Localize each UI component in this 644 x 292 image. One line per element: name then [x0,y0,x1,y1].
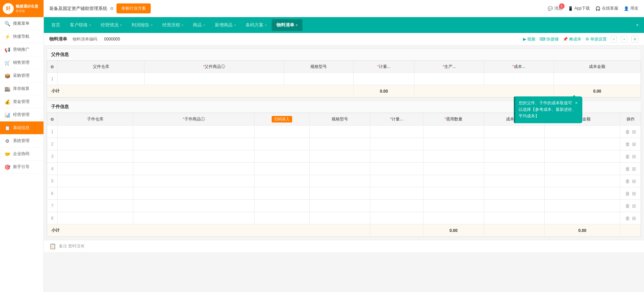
trial-button[interactable]: 体验行业方案 [116,3,151,13]
child-unit-cell-4[interactable] [370,175,423,187]
sidebar-item-快捷导航[interactable]: ⚡快捷导航 [0,30,44,43]
sidebar-item-库存核算[interactable]: 🏬库存核算 [0,82,44,95]
child-qty-cell-6[interactable] [423,200,484,212]
sidebar-item-系统管理[interactable]: ⚙系统管理 [0,135,44,148]
nav-tab-经营历程[interactable]: 经营历程 × [158,19,188,31]
tab-close-3[interactable]: × [151,23,153,27]
tab-close-1[interactable]: × [89,23,91,27]
nav-tab-条码方案[interactable]: 条码方案 × [241,19,272,31]
copy-icon-7[interactable]: ⊞ [632,215,636,221]
child-warehouse-cell-0[interactable] [58,126,133,138]
settings-icon[interactable]: ⚙ [110,6,114,11]
delete-icon-0[interactable]: 🗑 [625,129,630,135]
child-qty-cell-3[interactable] [423,163,484,175]
sidebar-item-企业协同[interactable]: 🤝企业协同 [0,148,44,161]
parent-warehouse-cell[interactable] [58,73,145,85]
child-warehouse-cell-5[interactable] [58,187,133,200]
child-unitcost-cell-5[interactable] [484,187,544,200]
sub-action-视频[interactable]: ▶视频 [523,36,535,42]
delete-icon-6[interactable]: 🗑 [625,203,630,209]
parent-prod-cell[interactable] [414,73,484,85]
sidebar-item-营销推广[interactable]: 📢营销推广 [0,43,44,56]
child-unitcost-cell-0[interactable] [484,126,544,138]
child-qty-cell-1[interactable] [423,138,484,150]
child-qty-cell-2[interactable] [423,150,484,163]
child-warehouse-cell-7[interactable] [58,212,133,224]
delete-icon-2[interactable]: 🗑 [625,154,630,159]
delete-icon-1[interactable]: 🗑 [625,141,630,147]
copy-icon-4[interactable]: ⊞ [632,178,636,184]
child-product-cell-6[interactable] [133,200,255,212]
parent-unit-cell[interactable] [354,73,414,85]
copy-icon-6[interactable]: ⊞ [632,203,636,209]
sub-action-单据设置[interactable]: ⚙单据设置 [585,36,607,42]
child-unitcost-cell-7[interactable] [484,212,544,224]
child-spec-cell-6[interactable] [310,200,370,212]
delete-icon-5[interactable]: 🗑 [625,191,630,196]
child-unit-cell-5[interactable] [370,187,423,200]
parent-product-cell[interactable] [145,73,284,85]
sidebar-item-经营管理[interactable]: 📊经营管理 [0,108,44,121]
child-qty-cell-4[interactable] [423,175,484,187]
child-unitcost-cell-1[interactable] [484,138,544,150]
tab-close-7[interactable]: × [265,23,267,27]
child-qty-cell-7[interactable] [423,212,484,224]
app-download-button[interactable]: 📱 App下载 [568,5,590,11]
child-spec-cell-0[interactable] [310,126,370,138]
child-unit-cell-2[interactable] [370,150,423,163]
child-spec-cell-2[interactable] [310,150,370,163]
child-spec-cell-3[interactable] [310,163,370,175]
sub-action-快捷键[interactable]: ⌨快捷键 [540,36,559,42]
child-spec-cell-7[interactable] [310,212,370,224]
child-spec-cell-1[interactable] [310,138,370,150]
child-unitcost-cell-4[interactable] [484,175,544,187]
child-spec-cell-5[interactable] [310,187,370,200]
nav-tab-商品[interactable]: 商品 × [188,19,210,31]
child-qty-cell-5[interactable] [423,187,484,200]
tooltip-close-button[interactable]: × [575,100,578,106]
child-unit-cell-7[interactable] [370,212,423,224]
child-unit-cell-3[interactable] [370,163,423,175]
sub-action-摊成本[interactable]: 📌摊成本 [563,36,581,42]
child-product-cell-1[interactable] [133,138,255,150]
delete-icon-7[interactable]: 🗑 [625,215,630,221]
nav-tab-物料清单[interactable]: 物料清单 × [272,19,302,31]
child-warehouse-cell-4[interactable] [58,175,133,187]
child-warehouse-cell-3[interactable] [58,163,133,175]
child-unitcost-cell-6[interactable] [484,200,544,212]
copy-icon-0[interactable]: ⊞ [632,129,636,135]
child-unit-cell-0[interactable] [370,126,423,138]
child-warehouse-cell-6[interactable] [58,200,133,212]
delete-icon-3[interactable]: 🗑 [625,166,630,172]
child-product-cell-7[interactable] [133,212,255,224]
tab-close-4[interactable]: × [182,23,184,27]
parent-cost-cell[interactable] [484,73,554,85]
copy-icon-2[interactable]: ⊞ [632,154,636,159]
sidebar-item-搜索菜单[interactable]: 🔍搜索菜单 [0,17,44,30]
child-product-cell-2[interactable] [133,150,255,163]
sidebar-item-资金管理[interactable]: 💰资金管理 [0,95,44,108]
view-toggle-button[interactable]: ≡ [631,36,639,43]
tab-close-8[interactable]: × [296,23,298,27]
child-product-cell-5[interactable] [133,187,255,200]
nav-tab-首页[interactable]: 首页 [47,19,65,31]
nav-tab-新增商品[interactable]: 新增商品 × [210,19,241,31]
tab-close-5[interactable]: × [203,23,205,27]
tab-close-6[interactable]: × [234,23,236,27]
parent-spec-cell[interactable] [284,73,353,85]
copy-icon-5[interactable]: ⊞ [632,191,636,196]
child-warehouse-cell-2[interactable] [58,150,133,163]
child-product-cell-0[interactable] [133,126,255,138]
prev-record-button[interactable]: ‹ [611,36,617,43]
nav-tab-客户联络[interactable]: 客户联络 × [65,19,96,31]
messages-button[interactable]: 💬 消息 6 [548,5,562,11]
delete-icon-4[interactable]: 🗑 [625,178,630,184]
user-button[interactable]: 👤 用友 [624,5,639,11]
child-warehouse-cell-1[interactable] [58,138,133,150]
child-unit-cell-1[interactable] [370,138,423,150]
child-product-cell-3[interactable] [133,163,255,175]
copy-icon-3[interactable]: ⊞ [632,166,636,172]
child-unitcost-cell-2[interactable] [484,150,544,163]
online-support-button[interactable]: 🎧 在线客服 [595,5,618,11]
close-all-tabs[interactable]: × [633,21,641,29]
